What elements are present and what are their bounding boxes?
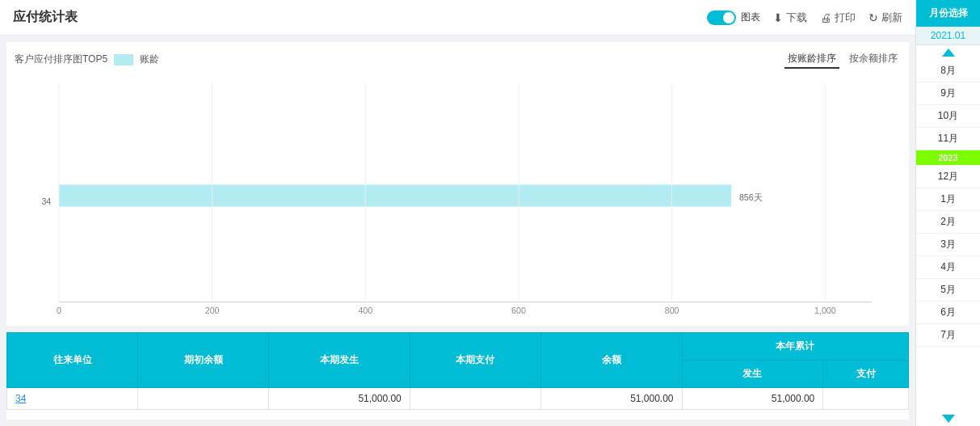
- x-label-200: 200: [205, 306, 220, 315]
- td-current-occur: 51,000.00: [269, 388, 410, 410]
- td-ytd-occur: 51,000.00: [682, 388, 823, 410]
- y-axis-label: 34: [41, 196, 51, 206]
- chart-legend-item: 账龄: [140, 53, 159, 66]
- th-balance: 余额: [540, 333, 682, 388]
- print-button[interactable]: 打印: [820, 11, 856, 25]
- print-label: 打印: [835, 11, 856, 25]
- table-section: 往来单位 期初余额 本期发生 本期支付 余额 本年累计 发生 支付 34 51,…: [6, 332, 909, 420]
- download-icon: [773, 11, 783, 24]
- chart-legend: 客户应付排序图TOP5 账龄: [15, 53, 159, 66]
- chart-toggle-label: 图表: [741, 11, 760, 24]
- bar-end-label: 856天: [739, 192, 763, 202]
- page-title: 应付统计表: [13, 9, 78, 26]
- td-opening: [138, 388, 269, 410]
- header-actions: 图表 下载 打印 刷新: [707, 11, 902, 25]
- x-label-800: 800: [665, 306, 679, 315]
- sidebar-header: 月份选择: [916, 0, 980, 27]
- sidebar-month-item[interactable]: 6月: [916, 302, 980, 324]
- sidebar-months: 8月9月10月11月202312月1月2月3月4月5月6月7月: [916, 60, 980, 411]
- chart-bar: [59, 184, 731, 206]
- sidebar-year-display: 2021.01: [916, 27, 980, 45]
- td-ytd-pay: [823, 388, 909, 410]
- sort-by-amount-button[interactable]: 按余额排序: [846, 50, 901, 69]
- sidebar-up-button[interactable]: [916, 45, 980, 60]
- refresh-button[interactable]: 刷新: [869, 11, 902, 25]
- sidebar-month-item[interactable]: 11月: [916, 128, 980, 150]
- page-header: 应付统计表 图表 下载 打印 刷新: [0, 0, 915, 36]
- year-badge: 2023: [916, 150, 980, 166]
- sidebar-month-item[interactable]: 2月: [916, 211, 980, 234]
- x-label-400: 400: [358, 306, 372, 315]
- th-opening: 期初余额: [138, 333, 269, 388]
- unit-link[interactable]: 34: [15, 393, 26, 404]
- sidebar: 月份选择 2021.01 8月9月10月11月202312月1月2月3月4月5月…: [915, 0, 980, 426]
- sidebar-month-item[interactable]: 8月: [916, 60, 980, 82]
- data-table: 往来单位 期初余额 本期发生 本期支付 余额 本年累计 发生 支付 34 51,…: [6, 332, 909, 410]
- chart-sort: 按账龄排序 按余额排序: [784, 50, 901, 69]
- x-label-1000: 1,000: [814, 306, 836, 315]
- sidebar-month-item[interactable]: 12月: [916, 166, 980, 188]
- th-current-occur: 本期发生: [269, 333, 410, 388]
- chart-section: 客户应付排序图TOP5 账龄 按账龄排序 按余额排序 34 856天 0: [6, 42, 909, 326]
- chart-area: 34 856天 0 200 400 600 800 1,000: [15, 75, 901, 318]
- legend-box: [114, 54, 133, 65]
- td-balance: 51,000.00: [540, 388, 682, 410]
- sidebar-month-item[interactable]: 7月: [916, 324, 980, 347]
- up-arrow-icon: [942, 49, 955, 57]
- sort-by-balance-button[interactable]: 按账龄排序: [784, 50, 839, 69]
- x-label-0: 0: [57, 306, 61, 315]
- print-icon: [820, 11, 831, 24]
- chart-toggle[interactable]: [707, 11, 736, 25]
- sidebar-month-item[interactable]: 1月: [916, 188, 980, 211]
- sidebar-month-item[interactable]: 9月: [916, 82, 980, 105]
- chart-svg: 34 856天 0 200 400 600 800 1,000: [15, 75, 901, 318]
- sidebar-month-item[interactable]: 5月: [916, 279, 980, 302]
- chart-legend-label: 客户应付排序图TOP5: [15, 53, 107, 66]
- th-ytd-pay: 支付: [823, 361, 909, 388]
- download-label: 下载: [786, 11, 807, 25]
- refresh-label: 刷新: [881, 11, 902, 25]
- sidebar-month-item[interactable]: 4月: [916, 256, 980, 279]
- sidebar-month-item[interactable]: 10月: [916, 105, 980, 128]
- td-unit: 34: [7, 388, 138, 410]
- toggle-dot: [723, 12, 734, 23]
- refresh-icon: [869, 11, 878, 24]
- down-arrow-icon: [942, 415, 955, 423]
- x-label-600: 600: [511, 306, 526, 315]
- download-button[interactable]: 下载: [773, 11, 807, 25]
- chart-toggle-wrap[interactable]: 图表: [707, 11, 760, 25]
- sidebar-month-item[interactable]: 3月: [916, 234, 980, 256]
- sidebar-down-button[interactable]: [916, 411, 980, 426]
- th-current-pay: 本期支付: [410, 333, 540, 388]
- chart-header: 客户应付排序图TOP5 账龄 按账龄排序 按余额排序: [15, 50, 901, 69]
- th-ytd-group: 本年累计: [682, 333, 908, 361]
- th-unit: 往来单位: [7, 333, 138, 388]
- th-ytd-occur: 发生: [682, 361, 823, 388]
- td-current-pay: [410, 388, 540, 410]
- table-row: 34 51,000.00 51,000.00 51,000.00: [7, 388, 909, 410]
